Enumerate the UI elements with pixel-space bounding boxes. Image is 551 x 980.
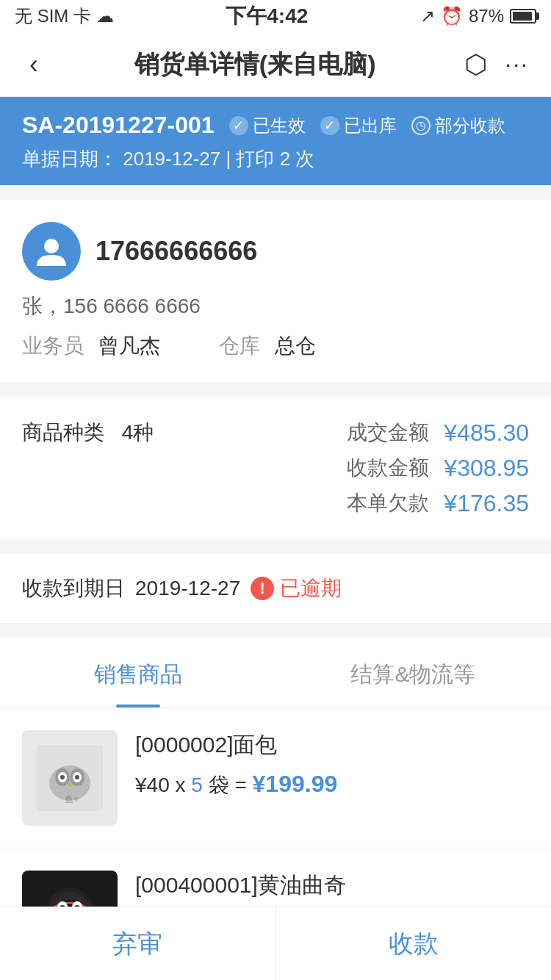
tab-settlement[interactable]: 结算&物流等 <box>276 638 551 707</box>
svg-text:鱼+: 鱼+ <box>65 794 79 804</box>
sim-label: 无 SIM 卡 ☁ <box>15 4 114 28</box>
more-icon[interactable]: ··· <box>505 51 529 78</box>
warehouse-label: 仓库 <box>219 332 260 360</box>
share-icon[interactable]: ⬡ <box>464 49 487 80</box>
overdue-badge: ! 已逾期 <box>251 574 342 602</box>
due-label: 本单欠款 <box>347 489 429 517</box>
status-right: ↗ ⏰ 87% <box>420 6 536 26</box>
tabs-row: 销售商品 结算&物流等 <box>0 638 551 708</box>
order-header: SA-20191227-001 ✓ 已生效 ✓ 已出库 ◷ 部分收款 单据日期：… <box>0 97 551 185</box>
due-value: ¥176.35 <box>444 490 529 517</box>
due-date-label: 收款到期日 <box>22 574 125 602</box>
stats-right: 成交金额 ¥485.30 收款金额 ¥308.95 本单欠款 ¥176.35 <box>347 419 529 517</box>
bottom-bar: 弃审 收款 <box>0 907 551 980</box>
status-left: 无 SIM 卡 ☁ <box>15 4 114 28</box>
cancel-review-button[interactable]: 弃审 <box>0 907 276 980</box>
product-qty-1: 5 <box>191 774 203 796</box>
overdue-text: 已逾期 <box>280 574 342 602</box>
battery-icon <box>510 9 536 24</box>
product-image-1: 鱼+ <box>22 730 118 826</box>
avatar <box>22 222 81 281</box>
page-title: 销货单详情(来自电脑) <box>134 48 376 82</box>
salesperson-label: 业务员 <box>22 332 84 360</box>
check-icon-1: ✓ <box>229 116 248 135</box>
due-section: 收款到期日 2019-12-27 ! 已逾期 <box>0 554 551 623</box>
product-thumb-1: 鱼+ <box>22 730 118 826</box>
badge-effective: ✓ 已生效 <box>229 114 306 137</box>
amount-label: 成交金额 <box>347 419 429 447</box>
stats-left: 商品种类 4种 <box>22 419 154 447</box>
customer-name-phone: 张，156 6666 6666 <box>22 292 529 320</box>
badge-partial: ◷ 部分收款 <box>411 114 505 137</box>
nav-bar: ‹ 销货单详情(来自电脑) ⬡ ··· <box>0 32 551 97</box>
salesperson-value: 曾凡杰 <box>98 332 160 360</box>
stats-section: 商品种类 4种 成交金额 ¥485.30 收款金额 ¥308.95 本单欠款 ¥… <box>0 397 551 539</box>
collect-payment-button[interactable]: 收款 <box>276 907 552 980</box>
overdue-icon: ! <box>251 577 274 600</box>
battery-label: 87% <box>469 6 504 26</box>
nav-actions: ⬡ ··· <box>464 49 529 80</box>
product-total-1: ¥199.99 <box>253 771 338 797</box>
alarm-icon: ⏰ <box>441 6 463 26</box>
type-count: 4种 <box>122 421 154 444</box>
location-icon: ↗ <box>420 6 435 26</box>
due-row: 本单欠款 ¥176.35 <box>347 489 529 517</box>
table-row: 鱼+ [0000002]面包 ¥40 x 5 袋 = ¥199.99 <box>0 708 551 849</box>
order-id: SA-20191227-001 <box>22 112 215 139</box>
customer-phone: 17666666666 <box>96 236 257 267</box>
received-label: 收款金额 <box>347 454 429 482</box>
back-button[interactable]: ‹ <box>22 42 46 87</box>
customer-section: 17666666666 张，156 6666 6666 业务员 曾凡杰 仓库 总… <box>0 200 551 382</box>
amount-value: ¥485.30 <box>444 419 529 447</box>
check-icon-2: ✓ <box>320 116 339 135</box>
order-date: 单据日期： 2019-12-27 | 打印 2 次 <box>22 146 529 172</box>
status-bar: 无 SIM 卡 ☁ 下午4:42 ↗ ⏰ 87% <box>0 0 551 32</box>
warehouse-value: 总仓 <box>275 332 316 360</box>
customer-info-row: 业务员 曾凡杰 仓库 总仓 <box>22 332 529 360</box>
received-row: 收款金额 ¥308.95 <box>347 454 529 482</box>
status-time: 下午4:42 <box>226 2 308 30</box>
amount-row: 成交金额 ¥485.30 <box>347 419 529 447</box>
svg-point-8 <box>75 775 79 779</box>
product-name-2: [000400001]黄油曲奇 <box>135 871 529 901</box>
product-price-1: ¥40 x 5 袋 = ¥199.99 <box>135 771 529 799</box>
product-name-1: [0000002]面包 <box>135 730 529 760</box>
svg-point-0 <box>44 239 59 253</box>
tab-sales-products[interactable]: 销售商品 <box>0 638 276 707</box>
badge-shipped: ✓ 已出库 <box>320 114 397 137</box>
product-info-1: [0000002]面包 ¥40 x 5 袋 = ¥199.99 <box>135 730 529 799</box>
received-value: ¥308.95 <box>444 455 529 482</box>
due-date-value: 2019-12-27 <box>135 577 240 600</box>
product-type-row: 商品种类 4种 <box>22 419 154 447</box>
svg-point-7 <box>60 775 65 779</box>
type-label: 商品种类 <box>22 421 104 444</box>
clock-icon: ◷ <box>411 116 431 135</box>
